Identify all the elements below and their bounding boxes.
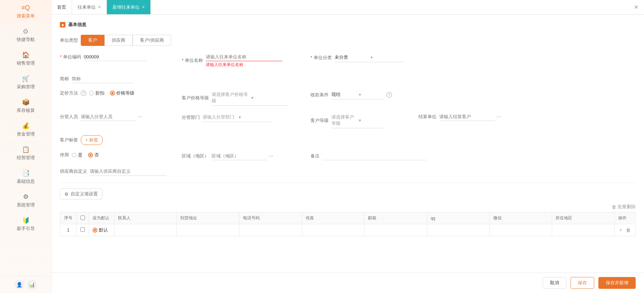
cell-email[interactable] <box>364 224 427 236</box>
cpl-arrow-icon: ▼ <box>251 96 288 100</box>
category-select[interactable]: 未分类 ▼ <box>335 53 404 62</box>
region-input[interactable] <box>212 152 267 160</box>
default-label: 默认 <box>99 227 108 233</box>
pt-select[interactable]: 现结 ▼ <box>331 90 384 99</box>
sidebar-item-operations[interactable]: 📋 经营管理 <box>0 141 51 165</box>
radio-price-level[interactable]: 价格等级 <box>110 90 134 96</box>
sidebar-item-quicknav[interactable]: ⊙ 快捷导航 <box>0 23 51 47</box>
tab-new-partner-label: 新增往来单位 <box>112 4 140 10</box>
col-email: 邮箱 <box>364 212 427 224</box>
save-new-button[interactable]: 保存并新增 <box>598 277 636 289</box>
remark-input[interactable] <box>322 152 427 160</box>
unit-btn-both[interactable]: 客户/供应商 <box>133 35 171 46</box>
sidebar-label-purchase: 采购管理 <box>17 84 35 90</box>
cancel-button[interactable]: 取消 <box>543 277 566 289</box>
batch-delete-label: 批量删除 <box>618 204 636 210</box>
abbrev-input[interactable] <box>72 75 134 83</box>
main-content: 首页 往来单位 ✕ 新增往来单位 ✕ ✕ ■ 基本信息 单位类型 客户 供应商 … <box>52 0 644 293</box>
disabled-label: 停用 <box>60 152 69 158</box>
category-label: 单位分类 <box>311 55 332 61</box>
sidebar-item-sales[interactable]: 🏠 销售管理 <box>0 47 51 71</box>
wechat-input[interactable] <box>493 228 549 233</box>
contact-input[interactable] <box>118 228 173 233</box>
pricing-help-icon[interactable]: ? <box>81 90 86 96</box>
select-all-checkbox[interactable] <box>80 215 85 220</box>
cell-address[interactable] <box>177 224 239 236</box>
radio-disabled-yes[interactable]: 是 <box>72 152 83 158</box>
batch-delete-button[interactable]: 🗑 批量删除 <box>612 204 636 210</box>
cell-region[interactable] <box>552 224 615 236</box>
field-disabled: 停用 是 否 <box>60 152 171 158</box>
row-region-input[interactable] <box>556 228 611 233</box>
sidebar-item-search[interactable]: ≡Q 搜索菜单 <box>0 0 51 23</box>
address-input[interactable] <box>180 228 236 233</box>
stats-icon[interactable]: 📊 <box>27 280 37 290</box>
pt-help-icon[interactable]: ? <box>386 92 392 98</box>
add-row-button[interactable]: ＋ <box>618 227 623 233</box>
tab-partners-close[interactable]: ✕ <box>98 5 101 9</box>
phone-input[interactable] <box>243 228 298 233</box>
tab-new-partner[interactable]: 新增往来单位 ✕ <box>107 0 151 14</box>
qq-input[interactable] <box>431 228 486 233</box>
field-remark: 备注 <box>311 152 427 160</box>
sc-input[interactable] <box>90 167 166 176</box>
delete-row-button[interactable]: 🗑 <box>626 227 631 233</box>
form-footer: 取消 保存 保存并新增 <box>52 272 644 293</box>
system-icon: ⚙ <box>23 193 29 201</box>
tab-home-label: 首页 <box>57 4 66 10</box>
sidebar-item-finance[interactable]: 💰 资金管理 <box>0 118 51 141</box>
radio-discount-circle <box>89 91 94 96</box>
cell-default[interactable]: 默认 <box>89 224 115 236</box>
cell-checkbox[interactable] <box>77 224 89 236</box>
radio-disabled-no[interactable]: 否 <box>88 152 99 158</box>
radio-no-label: 否 <box>94 152 99 158</box>
custom-settings-button[interactable]: ⚙ 自定义项设置 <box>60 188 102 200</box>
field-customer-level: 客户等级 请选择客户等级 ▼ <box>311 113 408 128</box>
contact-table-section: 🗑 批量删除 序号 设为默认 联系人 到货地址 电话号码 传真 <box>60 204 636 236</box>
cpl-label: 客户价格等级 <box>182 95 209 101</box>
cell-qq[interactable] <box>427 224 489 236</box>
user-avatar[interactable]: 👤 <box>15 280 24 290</box>
unit-btn-supplier[interactable]: 供应商 <box>104 35 133 46</box>
cell-wechat[interactable] <box>489 224 552 236</box>
window-close-button[interactable]: ✕ <box>628 0 644 14</box>
name-input[interactable] <box>206 53 282 61</box>
email-input[interactable] <box>368 228 423 233</box>
category-value: 未分类 <box>335 54 369 60</box>
row-unit-type: 单位类型 客户 供应商 客户/供应商 <box>60 35 636 46</box>
tab-new-partner-close[interactable]: ✕ <box>142 5 145 9</box>
tab-partners[interactable]: 往来单位 ✕ <box>72 0 107 14</box>
settlement-more-icon[interactable]: ··· <box>495 114 502 120</box>
sidebar-item-purchase[interactable]: 🛒 采购管理 <box>0 71 51 94</box>
settlement-input[interactable] <box>439 113 495 121</box>
manager-more-icon[interactable]: ··· <box>136 114 144 120</box>
sidebar-label-finance: 资金管理 <box>17 131 35 137</box>
save-button[interactable]: 保存 <box>571 277 594 289</box>
table-header-row: 序号 设为默认 联系人 到货地址 电话号码 传真 邮箱 qq 微信 所在地区 <box>60 212 636 224</box>
cell-phone[interactable] <box>239 224 302 236</box>
unit-btn-customer[interactable]: 客户 <box>81 35 104 46</box>
cell-fax[interactable] <box>302 224 364 236</box>
dept-select[interactable]: 请输入分管部门 ▼ <box>203 113 272 122</box>
default-radio[interactable]: 默认 <box>93 227 111 233</box>
row-tags: 客户标签 + 标签 <box>60 135 636 145</box>
row-checkbox[interactable] <box>80 227 85 232</box>
row-manager: 分管人员 ··· 分管部门 请输入分管部门 ▼ 客户等级 请选择客户等级 ▼ <box>60 113 636 128</box>
sidebar-item-system[interactable]: ⚙ 系统管理 <box>0 189 51 212</box>
add-tag-button[interactable]: + 标签 <box>81 135 103 145</box>
cpl-placeholder: 请选择客户价格等级 <box>212 91 249 104</box>
fax-input[interactable] <box>306 228 361 233</box>
cl-select[interactable]: 请选择客户等级 ▼ <box>331 113 384 128</box>
manager-input[interactable] <box>81 113 136 121</box>
code-input[interactable] <box>84 53 147 61</box>
cpl-select[interactable]: 请选择客户价格等级 ▼ <box>212 90 288 106</box>
sidebar-item-inventory[interactable]: 📦 库存核算 <box>0 94 51 118</box>
region-more-icon[interactable]: ··· <box>267 153 275 159</box>
radio-discount[interactable]: 折扣 <box>89 90 104 96</box>
cell-contact[interactable] <box>114 224 177 236</box>
tab-home[interactable]: 首页 <box>52 0 72 14</box>
sidebar-item-basic[interactable]: 📑 基础信息 <box>0 165 51 189</box>
cl-arrow-icon: ▼ <box>358 119 384 122</box>
col-checkbox-all[interactable] <box>77 212 89 224</box>
sidebar-item-guide[interactable]: 🔰 新手引导 <box>0 212 51 236</box>
